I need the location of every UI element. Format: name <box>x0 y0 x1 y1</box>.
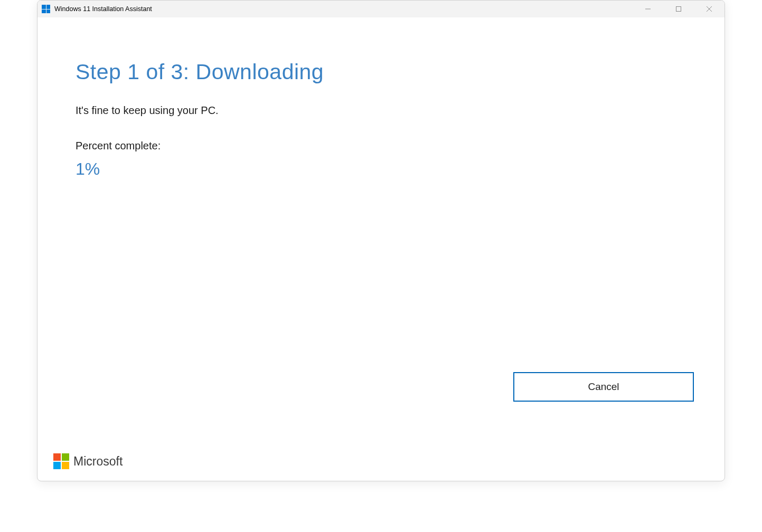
percent-complete-label: Percent complete: <box>76 140 686 152</box>
maximize-icon <box>676 6 681 12</box>
installer-window: Windows 11 Installation Assistant Step 1… <box>37 0 725 481</box>
minimize-icon <box>645 6 651 12</box>
window-title: Windows 11 Installation Assistant <box>54 5 633 13</box>
brand-text: Microsoft <box>73 454 123 469</box>
step-heading: Step 1 of 3: Downloading <box>76 60 686 84</box>
percent-complete-value: 1% <box>76 159 686 179</box>
close-icon <box>707 6 712 12</box>
cancel-button[interactable]: Cancel <box>513 372 694 402</box>
window-controls <box>633 1 725 17</box>
close-button[interactable] <box>694 1 725 17</box>
step-subtext: It's fine to keep using your PC. <box>76 104 686 117</box>
svg-rect-1 <box>676 7 681 12</box>
footer: Microsoft <box>37 453 725 481</box>
minimize-button[interactable] <box>633 1 663 17</box>
microsoft-logo-icon <box>53 453 69 469</box>
maximize-button[interactable] <box>663 1 694 17</box>
windows-logo-icon <box>42 5 50 13</box>
content-area: Step 1 of 3: Downloading It's fine to ke… <box>37 17 725 453</box>
titlebar: Windows 11 Installation Assistant <box>37 1 725 17</box>
